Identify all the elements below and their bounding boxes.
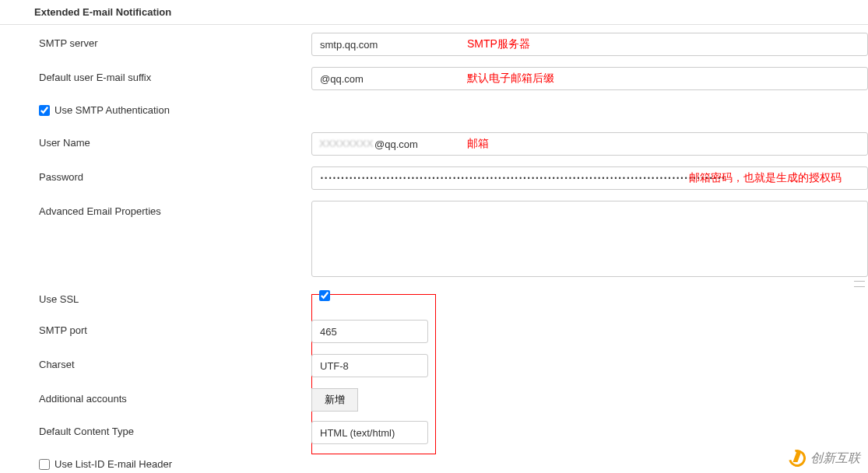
input-charset[interactable] (311, 354, 428, 377)
row-default-suffix: Default user E-mail suffix 默认电子邮箱后缀 (39, 62, 868, 96)
watermark-text: 创新互联 (810, 450, 860, 467)
masked-username-prefix: XXXXXXXX (319, 138, 373, 149)
add-account-button[interactable]: 新增 (311, 388, 358, 412)
row-default-content-type: Default Content Type (39, 416, 868, 450)
row-smtp-server: SMTP server SMTP服务器 (39, 28, 868, 62)
label-smtp-server: SMTP server (39, 28, 311, 49)
label-user-name: User Name (39, 128, 311, 149)
row-advanced-props: Advanced Email Properties (39, 196, 868, 284)
checkbox-use-smtp-auth[interactable] (39, 105, 50, 116)
label-use-smtp-auth: Use SMTP Authentication (54, 104, 170, 116)
label-use-list-id: Use List-ID E-mail Header (54, 458, 172, 470)
label-use-ssl: Use SSL (39, 284, 311, 305)
watermark-logo-icon (789, 450, 806, 467)
row-additional-accounts: Additional accounts 新增 (39, 384, 868, 416)
input-smtp-server[interactable] (311, 33, 868, 56)
section-title: Extended E-mail Notification (0, 0, 868, 25)
label-charset: Charset (39, 349, 311, 370)
row-use-list-id: Use List-ID E-mail Header (39, 450, 868, 473)
label-advanced-props: Advanced Email Properties (39, 196, 311, 217)
label-smtp-port: SMTP port (39, 315, 311, 336)
row-password: Password 邮箱密码，也就是生成的授权码 (39, 162, 868, 196)
label-additional-accounts: Additional accounts (39, 384, 311, 405)
textarea-advanced-props[interactable] (311, 201, 868, 277)
row-user-name: User Name XXXXXXXX 邮箱 (39, 128, 868, 162)
row-use-smtp-auth: Use SMTP Authentication (39, 96, 868, 128)
row-smtp-port: SMTP port (39, 315, 868, 349)
input-default-suffix[interactable] (311, 67, 868, 90)
select-default-content-type[interactable] (311, 421, 428, 444)
form-area: SMTP server SMTP服务器 Default user E-mail … (0, 28, 868, 473)
input-user-name[interactable] (311, 132, 868, 156)
checkbox-use-list-id[interactable] (39, 459, 50, 470)
row-use-ssl: Use SSL (39, 284, 868, 315)
label-default-suffix: Default user E-mail suffix (39, 62, 311, 83)
row-charset: Charset (39, 349, 868, 384)
input-smtp-port[interactable] (311, 320, 428, 343)
label-password: Password (39, 162, 311, 183)
checkbox-use-ssl[interactable] (319, 290, 330, 301)
label-default-content-type: Default Content Type (39, 416, 311, 437)
input-password[interactable] (311, 166, 868, 190)
watermark: 创新互联 (789, 450, 860, 467)
